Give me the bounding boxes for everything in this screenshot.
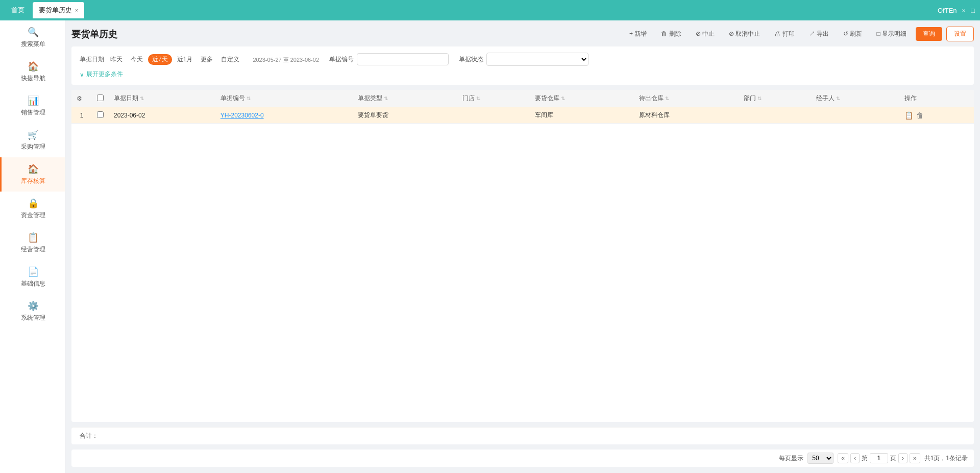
row-num: 1 xyxy=(71,107,92,124)
col-request-warehouse: 要货仓库 ⇅ xyxy=(530,90,634,107)
tab-home[interactable]: 首页 xyxy=(5,2,31,18)
shortcut-7days[interactable]: 近7天 xyxy=(148,54,172,65)
first-page-button[interactable]: « xyxy=(838,453,848,463)
order-no-input[interactable] xyxy=(357,53,449,65)
filter-area: 单据日期 昨天 今天 近7天 近1月 更多 自定义 2023-05-27 至 2… xyxy=(71,46,974,85)
sidebar-item-inventory[interactable]: 🏠 库存核算 xyxy=(0,157,65,192)
operations-icon: 📋 xyxy=(28,232,39,243)
sidebar-item-purchase[interactable]: 🛒 采购管理 xyxy=(0,123,65,157)
col-settings[interactable]: ⚙ xyxy=(71,90,92,107)
table-footer: 合计： xyxy=(71,427,974,444)
shortcut-1month[interactable]: 近1月 xyxy=(174,54,196,65)
shortcut-custom[interactable]: 自定义 xyxy=(218,54,242,65)
sidebar-label-search-menu: 搜索菜单 xyxy=(21,40,45,49)
sort-date-icon[interactable]: ⇅ xyxy=(140,96,144,101)
edit-icon[interactable]: 📋 xyxy=(904,111,913,120)
sidebar-label-sales: 销售管理 xyxy=(21,108,45,117)
sidebar-label-purchase: 采购管理 xyxy=(21,143,45,151)
search-menu-icon: 🔍 xyxy=(28,27,39,38)
last-page-button[interactable]: » xyxy=(910,453,920,463)
page-label: 第 xyxy=(862,454,868,463)
page-input[interactable] xyxy=(870,453,888,463)
shortcut-yesterday[interactable]: 昨天 xyxy=(107,54,126,65)
order-no-link[interactable]: YH-20230602-0 xyxy=(220,112,264,119)
finance-icon: 🔒 xyxy=(28,198,39,209)
print-button[interactable]: 🖨 打印 xyxy=(769,27,799,41)
refresh-button[interactable]: ↺ 刷新 xyxy=(838,27,867,41)
sort-order-no-icon[interactable]: ⇅ xyxy=(247,96,251,101)
delete-row-icon[interactable]: 🗑 xyxy=(916,111,923,120)
expand-conditions-button[interactable]: ∨ 展开更多条件 xyxy=(80,70,966,79)
system-icon: ⚙️ xyxy=(28,300,39,312)
cancel-stop-button[interactable]: ⊘ 取消中止 xyxy=(724,27,765,41)
row-pending-warehouse: 原材料仓库 xyxy=(634,107,739,124)
inventory-icon: 🏠 xyxy=(28,163,39,175)
per-page-select[interactable]: 50 10 20 100 xyxy=(807,453,834,464)
expand-icon: ∨ xyxy=(80,71,84,78)
pagination-bar: 每页显示 50 10 20 100 « ‹ 第 页 › » 共1页，1条记录 xyxy=(71,450,974,467)
sort-dept-icon[interactable]: ⇅ xyxy=(757,96,762,101)
data-table: ⚙ 单据日期 ⇅ 单据编号 ⇅ 单据类型 ⇅ 门店 ⇅ 要货仓库 ⇅ 待出仓库 … xyxy=(71,90,974,124)
display-detail-button[interactable]: □ 显示明细 xyxy=(871,27,912,41)
page-nav: « ‹ 第 页 › » xyxy=(838,453,920,463)
row-type: 要货单要货 xyxy=(353,107,457,124)
sidebar: 🔍 搜索菜单 🏠 快捷导航 📊 销售管理 🛒 采购管理 🏠 库存核算 🔒 资金管… xyxy=(0,20,65,473)
date-range-text: 2023-05-27 至 2023-06-02 xyxy=(253,56,319,64)
sidebar-item-sales[interactable]: 📊 销售管理 xyxy=(0,89,65,123)
order-no-label: 单据编号 xyxy=(329,55,354,64)
window-minimize-icon[interactable]: □ xyxy=(971,7,975,14)
col-type: 单据类型 ⇅ xyxy=(353,90,457,107)
sidebar-label-quick-nav: 快捷导航 xyxy=(21,74,45,83)
shortcut-today[interactable]: 今天 xyxy=(128,54,146,65)
order-no-filter: 单据编号 xyxy=(329,53,449,65)
sort-rw-icon[interactable]: ⇅ xyxy=(561,96,565,101)
col-action: 操作 xyxy=(899,90,974,107)
col-order-no: 单据编号 ⇅ xyxy=(215,90,353,107)
next-page-button[interactable]: › xyxy=(898,453,908,463)
table-header-row: ⚙ 单据日期 ⇅ 单据编号 ⇅ 单据类型 ⇅ 门店 ⇅ 要货仓库 ⇅ 待出仓库 … xyxy=(71,90,974,107)
date-filter-label: 单据日期 xyxy=(80,55,104,64)
page-header: 要货单历史 + 新增 🗑 删除 ⊘ 中止 ⊘ 取消中止 🖨 打印 ↗ 导出 ↺ … xyxy=(71,27,974,41)
sort-store-icon[interactable]: ⇅ xyxy=(476,96,480,101)
col-pending-warehouse: 待出仓库 ⇅ xyxy=(634,90,739,107)
new-button[interactable]: + 新增 xyxy=(624,27,652,41)
sidebar-item-quick-nav[interactable]: 🏠 快捷导航 xyxy=(0,55,65,89)
top-bar-right: OfTEn × □ xyxy=(938,7,975,14)
stop-button[interactable]: ⊘ 中止 xyxy=(691,27,720,41)
sidebar-item-search-menu[interactable]: 🔍 搜索菜单 xyxy=(0,20,65,55)
window-close-icon[interactable]: × xyxy=(962,7,966,14)
sort-handler-icon[interactable]: ⇅ xyxy=(836,96,840,101)
row-order-no[interactable]: YH-20230602-0 xyxy=(215,107,353,124)
select-all-checkbox[interactable] xyxy=(97,94,104,101)
status-select[interactable] xyxy=(486,53,589,66)
row-handler xyxy=(811,107,899,124)
sidebar-label-inventory: 库存核算 xyxy=(21,177,45,185)
purchase-icon: 🛒 xyxy=(28,129,39,140)
export-button[interactable]: ↗ 导出 xyxy=(804,27,834,41)
sidebar-item-system[interactable]: ⚙️ 系统管理 xyxy=(0,294,65,328)
row-date: 2023-06-02 xyxy=(109,107,215,124)
sort-type-icon[interactable]: ⇅ xyxy=(384,96,388,101)
tab-order-history[interactable]: 要货单历史 × xyxy=(33,2,84,18)
sort-pw-icon[interactable]: ⇅ xyxy=(665,96,669,101)
date-filter: 单据日期 昨天 今天 近7天 近1月 更多 自定义 xyxy=(80,54,242,65)
expand-label: 展开更多条件 xyxy=(86,70,123,79)
query-button[interactable]: 查询 xyxy=(916,27,942,41)
toolbar: + 新增 🗑 删除 ⊘ 中止 ⊘ 取消中止 🖨 打印 ↗ 导出 ↺ 刷新 □ 显… xyxy=(624,27,974,41)
date-range-display: 2023-05-27 至 2023-06-02 xyxy=(253,55,319,64)
top-bar: 首页 要货单历史 × OfTEn × □ xyxy=(0,0,980,20)
status-filter: 单据状态 xyxy=(459,53,589,66)
basic-info-icon: 📄 xyxy=(28,266,39,277)
sidebar-label-basic-info: 基础信息 xyxy=(21,279,45,288)
delete-button[interactable]: 🗑 删除 xyxy=(656,27,686,41)
sidebar-item-operations[interactable]: 📋 经营管理 xyxy=(0,226,65,260)
row-request-warehouse: 车间库 xyxy=(530,107,634,124)
settings-button[interactable]: 设置 xyxy=(946,27,974,41)
layout: 🔍 搜索菜单 🏠 快捷导航 📊 销售管理 🛒 采购管理 🏠 库存核算 🔒 资金管… xyxy=(0,20,980,473)
row-select-checkbox[interactable] xyxy=(97,111,104,118)
close-tab-icon[interactable]: × xyxy=(75,7,78,13)
prev-page-button[interactable]: ‹ xyxy=(850,453,860,463)
shortcut-more[interactable]: 更多 xyxy=(198,54,216,65)
sidebar-item-basic-info[interactable]: 📄 基础信息 xyxy=(0,260,65,294)
sidebar-item-finance[interactable]: 🔒 资金管理 xyxy=(0,192,65,226)
